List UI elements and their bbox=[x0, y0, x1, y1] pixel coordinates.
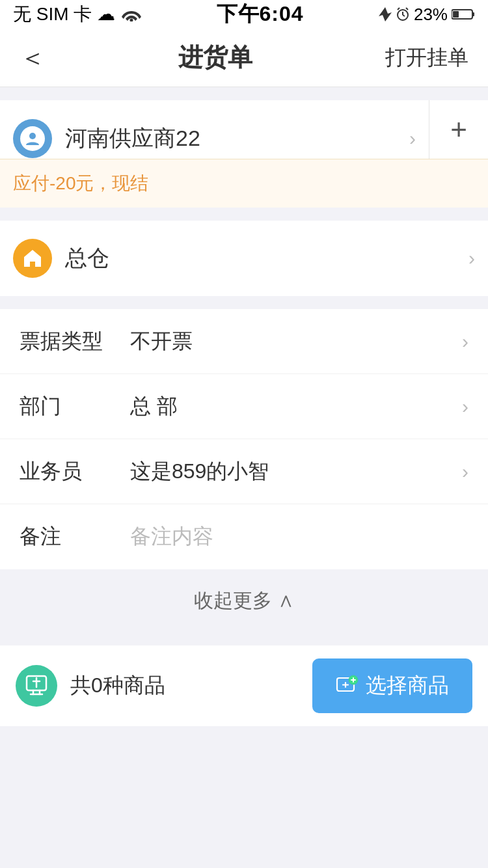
ticket-type-label: 票据类型 bbox=[20, 327, 124, 356]
avatar-inner bbox=[20, 126, 45, 151]
house-icon bbox=[21, 247, 44, 269]
nav-bar: ＜ 进货单 打开挂单 bbox=[0, 29, 488, 87]
select-btn-label: 选择商品 bbox=[366, 671, 449, 700]
warehouse-name: 总仓 bbox=[65, 243, 462, 273]
wifi-icon bbox=[122, 7, 141, 21]
form-section: 票据类型 不开票 › 部门 总 部 › 业务员 这是859的小智 › 备注 备注… bbox=[0, 309, 488, 569]
battery-label: 23% bbox=[414, 5, 448, 25]
svg-point-0 bbox=[130, 19, 133, 22]
location-icon bbox=[379, 7, 392, 21]
cart-icon bbox=[24, 675, 49, 697]
gap-1 bbox=[0, 87, 488, 100]
department-chevron-icon: › bbox=[462, 396, 468, 418]
person-icon bbox=[25, 131, 40, 146]
ticket-type-row[interactable]: 票据类型 不开票 › bbox=[0, 309, 488, 374]
collapse-button[interactable]: 收起更多 ∧ bbox=[0, 569, 488, 632]
warehouse-icon bbox=[13, 239, 52, 278]
salesperson-value: 这是859的小智 bbox=[124, 457, 455, 486]
svg-line-4 bbox=[398, 8, 400, 10]
select-product-button[interactable]: 选择商品 bbox=[312, 658, 472, 713]
product-icon bbox=[16, 665, 57, 707]
status-bar: 无 SIM 卡 ☁ 下午6:04 23% bbox=[0, 0, 488, 29]
supplier-avatar bbox=[13, 119, 52, 158]
svg-line-3 bbox=[403, 15, 405, 16]
department-value: 总 部 bbox=[124, 392, 455, 421]
add-supplier-button[interactable]: + bbox=[429, 100, 488, 159]
supplier-row[interactable]: 河南供应商22 › bbox=[0, 100, 429, 159]
alarm-icon bbox=[396, 7, 410, 21]
status-right: 23% bbox=[379, 5, 475, 25]
supplier-chevron-icon: › bbox=[409, 128, 416, 150]
warehouse-chevron-icon: › bbox=[468, 247, 475, 269]
open-pending-button[interactable]: 打开挂单 bbox=[385, 44, 468, 72]
notice-banner: 应付-20元，现结 bbox=[0, 159, 488, 208]
department-label: 部门 bbox=[20, 392, 124, 421]
page-rest bbox=[0, 726, 488, 868]
remark-value: 备注内容 bbox=[124, 522, 468, 551]
status-left: 无 SIM 卡 ☁ bbox=[13, 2, 141, 27]
svg-point-9 bbox=[29, 133, 36, 139]
ticket-type-chevron-icon: › bbox=[462, 331, 468, 353]
back-button[interactable]: ＜ bbox=[20, 40, 46, 75]
ticket-type-value: 不开票 bbox=[124, 327, 455, 356]
bottom-bar: 共0种商品 选择商品 bbox=[0, 645, 488, 726]
salesperson-label: 业务员 bbox=[20, 457, 124, 486]
select-cart-icon bbox=[336, 674, 359, 698]
warehouse-section[interactable]: 总仓 › bbox=[0, 221, 488, 296]
remark-row[interactable]: 备注 备注内容 bbox=[0, 504, 488, 569]
sim-label: 无 SIM 卡 ☁ bbox=[13, 2, 115, 27]
page-title: 进货单 bbox=[178, 41, 252, 74]
supplier-name: 河南供应商22 bbox=[65, 124, 403, 154]
supplier-section: 河南供应商22 › + bbox=[0, 100, 488, 159]
gap-3 bbox=[0, 296, 488, 309]
svg-rect-8 bbox=[453, 11, 459, 18]
remark-label: 备注 bbox=[20, 522, 124, 551]
gap-4 bbox=[0, 632, 488, 645]
product-count: 共0种商品 bbox=[70, 671, 312, 700]
status-time: 下午6:04 bbox=[217, 0, 304, 29]
svg-line-5 bbox=[406, 8, 408, 10]
gap-2 bbox=[0, 208, 488, 221]
salesperson-chevron-icon: › bbox=[462, 461, 468, 483]
salesperson-row[interactable]: 业务员 这是859的小智 › bbox=[0, 439, 488, 504]
battery-icon bbox=[452, 8, 475, 20]
department-row[interactable]: 部门 总 部 › bbox=[0, 374, 488, 439]
svg-rect-7 bbox=[472, 12, 474, 16]
